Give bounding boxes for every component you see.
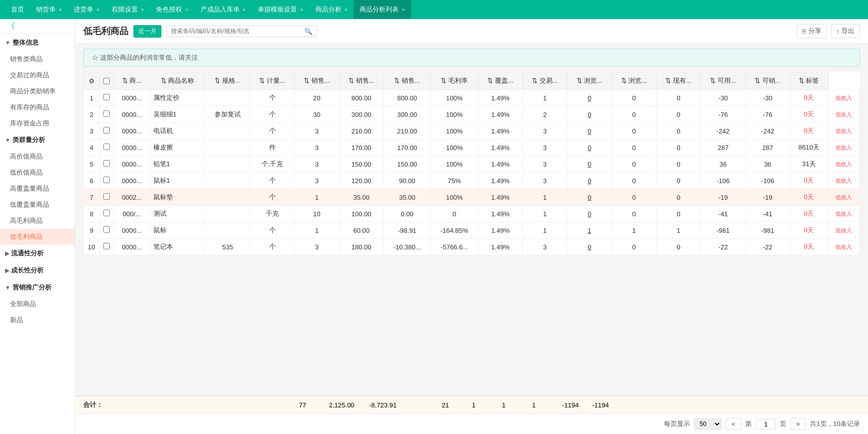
sidebar-item-new-goods[interactable]: 新品 bbox=[0, 312, 75, 328]
th-sale-cost[interactable]: ⇅ 销售... bbox=[384, 72, 431, 90]
row-trade[interactable]: 1 bbox=[567, 222, 612, 239]
row-trade[interactable]: 0 bbox=[567, 173, 612, 189]
row-trade[interactable]: 0 bbox=[567, 123, 612, 139]
row-select-checkbox[interactable] bbox=[103, 177, 110, 183]
row-gross: 1.49% bbox=[478, 156, 523, 173]
nav-sales[interactable]: 销货单 × bbox=[30, 0, 68, 19]
row-checkbox[interactable] bbox=[100, 222, 114, 239]
row-name: 属性定价 bbox=[150, 90, 205, 106]
next-page-btn[interactable]: ＞ bbox=[790, 418, 806, 430]
nav-goods-analysis[interactable]: 商品分析 × bbox=[309, 0, 354, 19]
row-select-checkbox[interactable] bbox=[103, 110, 110, 117]
nav-purchase[interactable]: 进货单 × bbox=[68, 0, 105, 19]
export-button[interactable]: ↑ 导出 bbox=[831, 24, 860, 38]
row-checkbox[interactable] bbox=[100, 189, 114, 206]
row-checkbox[interactable] bbox=[100, 156, 114, 173]
nav-home[interactable]: 首页 bbox=[5, 0, 30, 19]
sidebar-item-low-coverage[interactable]: 低覆盖量商品 bbox=[0, 197, 75, 213]
nav-goods-analysis-list[interactable]: 商品分析列表 × bbox=[354, 0, 411, 19]
th-gross[interactable]: ⇅ 毛利率 bbox=[431, 72, 478, 90]
th-available[interactable]: ⇅ 可用... bbox=[701, 72, 746, 90]
th-code[interactable]: ⇅ 商... bbox=[114, 72, 150, 90]
th-coverage[interactable]: ⇅ 覆盖... bbox=[478, 72, 523, 90]
sidebar-group-marketing[interactable]: ▼ 营销推广分析 bbox=[0, 279, 75, 296]
th-checkbox[interactable] bbox=[100, 72, 114, 90]
row-checkbox[interactable] bbox=[100, 90, 114, 106]
sidebar-group-overall[interactable]: ▼ 整体信息 bbox=[0, 34, 75, 51]
sidebar-item-high-value[interactable]: 高价值商品 bbox=[0, 149, 75, 165]
select-all-checkbox[interactable] bbox=[103, 78, 110, 84]
row-select-checkbox[interactable] bbox=[103, 226, 110, 233]
sidebar-collapse-btn[interactable]: 《 bbox=[4, 21, 18, 32]
th-unit[interactable]: ⇅ 计量... bbox=[250, 72, 295, 90]
row-select-checkbox[interactable] bbox=[103, 160, 110, 167]
row-browse2: 0 bbox=[656, 156, 701, 173]
sidebar-item-low-margin[interactable]: 低毛利商品 bbox=[0, 229, 75, 245]
row-tag: 低收入 bbox=[828, 106, 860, 123]
nav-product-entry[interactable]: 产成品入库单 × bbox=[195, 0, 252, 19]
row-select-checkbox[interactable] bbox=[103, 127, 110, 133]
nav-template[interactable]: 单据模板设置 × bbox=[252, 0, 309, 19]
row-select-checkbox[interactable] bbox=[103, 210, 110, 216]
sidebar-item-in-stock[interactable]: 有库存的商品 bbox=[0, 99, 75, 115]
sidebar-group-growth[interactable]: ▶ 成长性分析 bbox=[0, 262, 75, 279]
share-button[interactable]: ⎘ 分享 bbox=[797, 24, 827, 38]
nav-goods-analysis-close[interactable]: × bbox=[344, 7, 348, 13]
row-trade[interactable]: 0 bbox=[567, 156, 612, 173]
sidebar-group-circulation[interactable]: ▶ 流通性分析 bbox=[0, 245, 75, 262]
sidebar-item-sales-goods[interactable]: 销售类商品 bbox=[0, 51, 75, 67]
th-sale-amt[interactable]: ⇅ 销售... bbox=[339, 72, 384, 90]
sidebar-item-capital[interactable]: 库存资金占用 bbox=[0, 115, 75, 131]
row-select-checkbox[interactable] bbox=[103, 243, 110, 249]
row-available: -106 bbox=[745, 173, 790, 189]
per-page-select[interactable]: 50 20 100 bbox=[694, 418, 722, 429]
th-settings[interactable]: ⚙ bbox=[84, 72, 100, 90]
period-button[interactable]: 近一月 bbox=[133, 25, 161, 38]
sidebar-group-cluster[interactable]: ▼ 类群量分析 bbox=[0, 131, 75, 149]
nav-roles-close[interactable]: × bbox=[185, 7, 188, 13]
sidebar-item-low-value[interactable]: 低价值商品 bbox=[0, 165, 75, 181]
nav-permissions-close[interactable]: × bbox=[141, 7, 144, 13]
sidebar-item-high-margin[interactable]: 高毛利商品 bbox=[0, 213, 75, 229]
nav-sales-close[interactable]: × bbox=[59, 7, 62, 13]
prev-page-btn[interactable]: ＜ bbox=[726, 418, 741, 430]
row-trade[interactable]: 0 bbox=[567, 239, 612, 255]
row-trade[interactable]: 0 bbox=[567, 139, 612, 156]
nav-product-entry-close[interactable]: × bbox=[243, 7, 246, 13]
settings-icon[interactable]: ⚙ bbox=[89, 77, 95, 85]
row-trade[interactable]: 0 bbox=[567, 90, 612, 106]
row-checkbox[interactable] bbox=[100, 239, 114, 255]
row-trade[interactable]: 0 bbox=[567, 206, 612, 222]
nav-goods-analysis-list-close[interactable]: × bbox=[402, 7, 405, 13]
search-input[interactable] bbox=[171, 28, 304, 35]
sidebar-item-high-coverage[interactable]: 高覆盖量商品 bbox=[0, 181, 75, 197]
th-tag[interactable]: ⇅ 标签 bbox=[790, 72, 828, 90]
row-trade[interactable]: 0 bbox=[567, 106, 612, 123]
row-checkbox[interactable] bbox=[100, 139, 114, 156]
nav-template-close[interactable]: × bbox=[300, 7, 303, 13]
row-trade[interactable]: 0 bbox=[567, 189, 612, 206]
th-trade[interactable]: ⇅ 交易... bbox=[523, 72, 567, 90]
th-qty[interactable]: ⇅ 销售... bbox=[294, 72, 339, 90]
row-select-checkbox[interactable] bbox=[103, 193, 110, 200]
th-name[interactable]: ⇅ 商品名称 bbox=[150, 72, 205, 90]
page-input[interactable] bbox=[756, 419, 776, 429]
th-browse1[interactable]: ⇅ 浏览... bbox=[567, 72, 612, 90]
row-checkbox[interactable] bbox=[100, 173, 114, 189]
sidebar-item-traded-goods[interactable]: 交易过的商品 bbox=[0, 67, 75, 83]
row-checkbox[interactable] bbox=[100, 206, 114, 222]
th-spec[interactable]: ⇅ 规格... bbox=[205, 72, 250, 90]
sidebar-item-category-rate[interactable]: 商品分类助销率 bbox=[0, 83, 75, 99]
row-checkbox[interactable] bbox=[100, 106, 114, 123]
row-select-checkbox[interactable] bbox=[103, 94, 110, 100]
sidebar-item-all-goods[interactable]: 全部商品 bbox=[0, 296, 75, 312]
th-browse2[interactable]: ⇅ 浏览... bbox=[612, 72, 656, 90]
nav-purchase-close[interactable]: × bbox=[96, 7, 99, 13]
nav-roles[interactable]: 角色授权 × bbox=[150, 0, 194, 19]
th-saleable[interactable]: ⇅ 可销... bbox=[745, 72, 790, 90]
row-sale-profit: 100% bbox=[431, 189, 478, 206]
nav-permissions[interactable]: 权限设置 × bbox=[106, 0, 150, 19]
row-select-checkbox[interactable] bbox=[103, 143, 110, 150]
row-checkbox[interactable] bbox=[100, 123, 114, 139]
th-stock[interactable]: ⇅ 现有... bbox=[656, 72, 701, 90]
